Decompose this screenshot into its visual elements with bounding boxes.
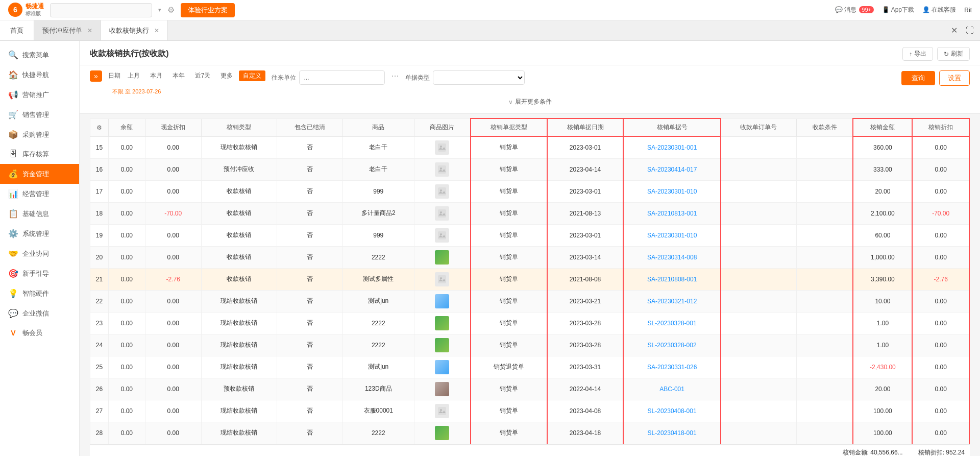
sidebar-label-marketing: 营销推广 <box>22 90 49 100</box>
bill-no-link[interactable]: SA-20230301-001 <box>647 144 697 151</box>
cell-bill-date: 2023-03-01 <box>547 136 624 158</box>
cell-amount: 1.00 <box>853 334 912 356</box>
tab-collection-close[interactable]: ✕ <box>154 27 159 34</box>
date-btn-this-year[interactable]: 本年 <box>168 70 189 81</box>
cell-product: 测试jun <box>342 356 414 378</box>
cell-bill-no[interactable]: SA-20210813-001 <box>623 202 720 224</box>
gear-icon[interactable]: ⚙ <box>167 5 175 15</box>
cell-bill-no[interactable]: SA-20230301-010 <box>623 180 720 202</box>
sidebar-item-search[interactable]: 🔍 搜索菜单 <box>0 45 79 65</box>
expand-more-btn[interactable]: ∨ 展开更多条件 <box>90 95 970 108</box>
cell-bill-type: 销货单 <box>471 312 547 334</box>
industry-solution-button[interactable]: 体验行业方案 <box>181 3 235 17</box>
counterparty-input[interactable] <box>299 70 385 85</box>
tab-close-all-button[interactable]: ✕ <box>949 23 960 37</box>
tab-home-label: 首页 <box>10 26 23 35</box>
user-name[interactable]: Rit <box>964 7 972 14</box>
svg-rect-0 <box>438 143 446 152</box>
search-dropdown-arrow[interactable]: ▾ <box>158 7 161 13</box>
sidebar-item-nav[interactable]: 🏠 快捷导航 <box>0 65 79 85</box>
bill-no-link[interactable]: SA-20210808-001 <box>647 276 697 283</box>
sidebar-item-inventory[interactable]: 🗄 库存核算 <box>0 145 79 164</box>
cell-bill-no[interactable]: SA-20230314-008 <box>623 246 720 268</box>
table-row: 15 0.00 0.00 现结收款核销 否 老白干 销货单 2023-03-01… <box>90 136 970 158</box>
filter-counterparty: 往来单位 <box>272 70 385 85</box>
col-bill-type: 核销单据类型 <box>471 118 547 136</box>
bill-type-select[interactable] <box>433 70 525 85</box>
cell-bill-no[interactable]: SL-20230328-001 <box>623 312 720 334</box>
bill-no-link[interactable]: ABC-001 <box>659 386 684 393</box>
cell-settled: 否 <box>277 180 342 202</box>
date-btn-more[interactable]: 更多 <box>216 70 237 81</box>
tab-prepayment[interactable]: 预付冲应付单 ✕ <box>34 20 101 40</box>
cell-type: 收款核销 <box>201 180 277 202</box>
sidebar-item-purchase[interactable]: 📦 采购管理 <box>0 125 79 145</box>
bill-no-link[interactable]: SA-20230301-010 <box>647 188 697 195</box>
bill-no-link[interactable]: SA-20230321-012 <box>647 298 697 305</box>
export-button[interactable]: ↑ 导出 <box>902 47 933 61</box>
col-order-no: 收款单订单号 <box>721 118 797 136</box>
sidebar-item-system[interactable]: ⚙️ 系统管理 <box>0 224 79 244</box>
tab-prepayment-close[interactable]: ✕ <box>87 27 92 34</box>
footer-discount: 核销折扣: 952.24 <box>918 448 965 457</box>
sidebar-item-operation[interactable]: 📊 经营管理 <box>0 184 79 204</box>
sidebar-item-finance[interactable]: 💰 资金管理 <box>0 164 79 184</box>
sidebar-item-basic[interactable]: 📋 基础信息 <box>0 204 79 224</box>
top-search-input[interactable] <box>50 3 152 17</box>
app-download-link[interactable]: 📱 App下载 <box>882 6 914 14</box>
cell-bill-no[interactable]: SA-20230331-026 <box>623 356 720 378</box>
date-btn-this-month[interactable]: 本月 <box>146 70 166 81</box>
bill-no-link[interactable]: SA-20230331-026 <box>647 364 697 371</box>
query-button[interactable]: 查询 <box>901 71 935 85</box>
tab-home[interactable]: 首页 <box>0 20 34 40</box>
sidebar-item-member[interactable]: V 畅会员 <box>0 323 79 343</box>
bill-no-link[interactable]: SA-20230301-010 <box>647 232 697 239</box>
cell-bill-date: 2023-04-08 <box>547 400 624 422</box>
sidebar-item-sales[interactable]: 🛒 销售管理 <box>0 105 79 125</box>
svg-rect-12 <box>438 407 446 415</box>
cell-bill-no[interactable]: SL-20230408-001 <box>623 400 720 422</box>
col-bill-no: 核销单据号 <box>623 118 720 136</box>
bill-no-link[interactable]: SA-20230314-008 <box>647 254 697 261</box>
col-settings[interactable]: ⚙ <box>90 118 109 136</box>
settings-button[interactable]: 设置 <box>939 70 970 86</box>
cell-payment-cond <box>797 180 853 202</box>
sidebar-item-guide[interactable]: 🎯 新手引导 <box>0 263 79 283</box>
bill-no-link[interactable]: SL-20230328-001 <box>648 320 697 327</box>
bill-no-link[interactable]: SL-20230328-002 <box>648 342 697 349</box>
sidebar-item-collab[interactable]: 🤝 企业协同 <box>0 244 79 263</box>
cell-product: 999 <box>342 180 414 202</box>
cell-bill-no[interactable]: SA-20230321-012 <box>623 290 720 312</box>
bill-no-link[interactable]: SL-20230418-001 <box>648 429 697 437</box>
cell-bill-no[interactable]: SA-20230301-001 <box>623 136 720 158</box>
cell-amount: 20.00 <box>853 180 912 202</box>
tab-maximize-button[interactable]: ⛶ <box>964 24 976 37</box>
message-link[interactable]: 💬 消息 99+ <box>835 6 874 14</box>
cell-bill-no[interactable]: SA-20230414-017 <box>623 158 720 180</box>
table-container[interactable]: ⚙ 余额 现金折扣 核销类型 包含已结清 商品 商品图片 核销单据类型 核销单据… <box>80 118 980 456</box>
bill-no-link[interactable]: SL-20230408-001 <box>648 407 697 415</box>
cell-bill-date: 2023-03-21 <box>547 290 624 312</box>
bill-no-link[interactable]: SA-20210813-001 <box>647 210 697 217</box>
cell-bill-no[interactable]: SL-20230418-001 <box>623 422 720 444</box>
sidebar-item-wechat[interactable]: 💬 企业微信 <box>0 303 79 323</box>
filter-collapse-btn[interactable]: » <box>90 70 102 82</box>
date-btn-7days[interactable]: 近7天 <box>191 70 215 81</box>
date-btn-custom[interactable]: 自定义 <box>239 70 265 81</box>
cell-order-no <box>721 158 797 180</box>
online-service-link[interactable]: 👤 在线客服 <box>922 6 956 14</box>
cell-amount: 100.00 <box>853 422 912 444</box>
bill-no-link[interactable]: SA-20230414-017 <box>647 166 697 173</box>
cell-bill-no[interactable]: SA-20230301-010 <box>623 224 720 246</box>
cell-payment-cond <box>797 224 853 246</box>
cell-bill-no[interactable]: ABC-001 <box>623 378 720 400</box>
cell-bill-no[interactable]: SL-20230328-002 <box>623 334 720 356</box>
sidebar-item-marketing[interactable]: 📢 营销推广 <box>0 85 79 105</box>
date-btn-last-month[interactable]: 上月 <box>124 70 144 81</box>
cell-bill-no[interactable]: SA-20210808-001 <box>623 268 720 290</box>
tab-collection[interactable]: 收款核销执行 ✕ <box>101 20 168 40</box>
cell-id: 18 <box>90 202 109 224</box>
svg-rect-2 <box>438 165 446 174</box>
sidebar-item-hardware[interactable]: 💡 智能硬件 <box>0 283 79 303</box>
refresh-button[interactable]: ↻ 刷新 <box>937 47 970 61</box>
